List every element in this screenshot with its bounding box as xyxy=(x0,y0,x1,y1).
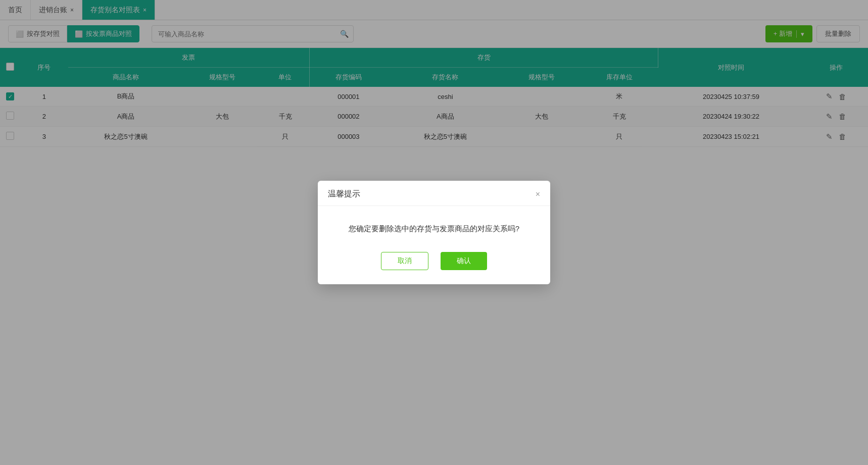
dialog-message: 您确定要删除选中的存货与发票商品的对应关系吗? xyxy=(349,224,519,233)
dialog-footer: 取消 确认 xyxy=(318,248,550,284)
dialog-confirm-btn[interactable]: 确认 xyxy=(441,252,487,270)
dialog-close-btn[interactable]: × xyxy=(536,190,540,199)
dialog-cancel-btn[interactable]: 取消 xyxy=(381,252,428,270)
dialog-title: 温馨提示 xyxy=(328,189,360,199)
confirm-dialog: 温馨提示 × 您确定要删除选中的存货与发票商品的对应关系吗? 取消 确认 xyxy=(318,181,550,284)
dialog-overlay: 温馨提示 × 您确定要删除选中的存货与发票商品的对应关系吗? 取消 确认 xyxy=(0,0,868,465)
dialog-header: 温馨提示 × xyxy=(318,181,550,206)
dialog-body: 您确定要删除选中的存货与发票商品的对应关系吗? xyxy=(318,206,550,248)
